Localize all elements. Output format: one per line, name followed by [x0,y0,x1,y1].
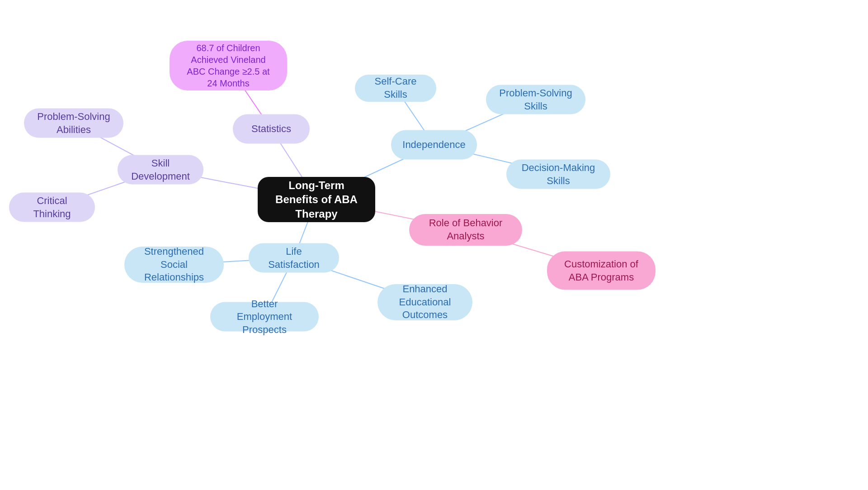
customization-node: Customization of ABA Programs [547,252,656,290]
self-care-node: Self-Care Skills [355,75,436,102]
role-behavior-node: Role of Behavior Analysts [409,214,522,246]
skill-development-node: Skill Development [118,155,203,185]
decision-making-node: Decision-Making Skills [506,160,610,189]
statistics-node: Statistics [233,114,310,144]
center-node: Long-Term Benefits of ABA Therapy [258,177,375,222]
independence-node: Independence [391,130,477,160]
enhanced-educational-node: Enhanced Educational Outcomes [377,284,472,320]
problem-solving-abilities-node: Problem-Solving Abilities [24,109,123,138]
stat-detail-node: 68.7 of Children Achieved Vineland ABC C… [170,41,287,90]
life-satisfaction-node: Life Satisfaction [249,243,339,273]
strengthened-social-node: Strengthened Social Relationships [124,247,224,283]
problem-solving-skills-node: Problem-Solving Skills [486,85,585,114]
critical-thinking-node: Critical Thinking [9,193,95,222]
better-employment-node: Better Employment Prospects [210,302,319,332]
